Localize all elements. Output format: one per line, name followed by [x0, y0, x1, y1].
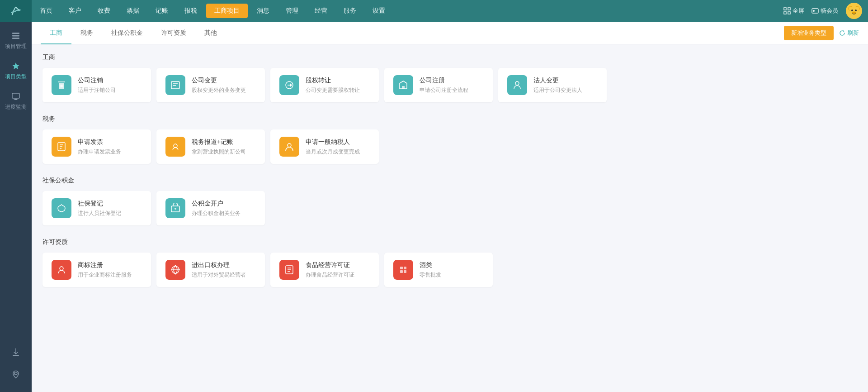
card-text-company-register: 公司注册 申请公司注册全流程	[420, 76, 484, 94]
download-icon[interactable]	[8, 344, 24, 363]
nav-bill[interactable]: 票据	[118, 0, 147, 22]
card-title-social-insurance: 社保登记	[78, 200, 142, 208]
cards-grid-xuke: 商标注册 用于企业商标注册服务 进出口权办理 适用于对外贸易经营者	[42, 253, 857, 287]
card-company-change[interactable]: 公司变更 股权变更外的业务变更	[156, 68, 265, 102]
nav-tax[interactable]: 报税	[176, 0, 205, 22]
section-title-shebao: 社保公积金	[42, 177, 857, 185]
card-text-equity-transfer: 股权转让 公司变更需要股权转让	[306, 76, 370, 94]
svg-rect-15	[12, 38, 19, 39]
card-food-license[interactable]: 食品经营许可证 办理食品经营许可证	[270, 253, 379, 287]
cards-grid-shuiwu: 申请发票 办理申请发票业务 税务报道+记账 拿到营业执照的新公司	[42, 129, 857, 164]
nav-customer[interactable]: 客户	[61, 0, 90, 22]
svg-rect-2	[784, 12, 786, 14]
svg-rect-17	[14, 99, 17, 100]
card-company-cancel[interactable]: 公司注销 适用于注销公司	[42, 68, 151, 102]
nav-fee[interactable]: 收费	[90, 0, 118, 22]
card-trademark[interactable]: 商标注册 用于企业商标注册服务	[42, 253, 151, 287]
tab-shebao[interactable]: 社保公积金	[102, 22, 152, 44]
nav-operation[interactable]: 经营	[307, 0, 335, 22]
card-legal-change[interactable]: 法人变更 适用于公司变更法人	[498, 68, 607, 102]
svg-point-29	[175, 208, 176, 210]
card-desc-housing-fund: 办理公积金相关业务	[192, 210, 256, 217]
cards-grid-gongshang: 公司注销 适用于注销公司 公司变更 股权变更外的业务变更	[42, 68, 857, 102]
card-desc-legal-change: 适用于公司变更法人	[533, 86, 598, 94]
sidebar-label-progress: 进度监测	[5, 103, 27, 111]
housing-fund-icon	[165, 198, 185, 218]
sidebar-item-progress[interactable]: 进度监测	[0, 86, 32, 116]
card-equity-transfer[interactable]: 股权转让 公司变更需要股权转让	[270, 68, 379, 102]
card-desc-equity-transfer: 公司变更需要股权转让	[306, 86, 370, 94]
cards-grid-shebao: 社保登记 进行人员社保登记 公积金开户 办理公积金相关业务	[42, 191, 857, 225]
content-area: 工商 税务 社保公积金 许可资质 其他 新增业务类型 刷新 工商	[32, 22, 868, 392]
svg-point-20	[14, 372, 17, 375]
nav-service[interactable]: 服务	[335, 0, 364, 22]
section-title-gongshang: 工商	[42, 53, 857, 62]
tab-bar-actions: 新增业务类型 刷新	[784, 26, 859, 40]
company-cancel-icon	[52, 75, 71, 95]
card-tax-report[interactable]: 税务报道+记账 拿到营业执照的新公司	[156, 129, 265, 164]
card-desc-company-change: 股权变更外的业务变更	[192, 86, 256, 94]
svg-rect-13	[12, 33, 19, 34]
nav-settings[interactable]: 设置	[364, 0, 393, 22]
nav-home[interactable]: 首页	[32, 0, 61, 22]
svg-point-12	[852, 12, 856, 14]
alcohol-icon	[393, 260, 413, 280]
card-desc-company-register: 申请公司注册全流程	[420, 86, 484, 94]
star-icon	[11, 61, 21, 71]
card-title-general-taxpayer: 申请一般纳税人	[306, 138, 370, 146]
sidebar-bottom	[8, 344, 24, 392]
card-import-export[interactable]: 进出口权办理 适用于对外贸易经营者	[156, 253, 265, 287]
card-title-company-register: 公司注册	[420, 76, 484, 85]
tab-other[interactable]: 其他	[195, 22, 226, 44]
top-nav-menu: 首页 客户 收费 票据 记账 报税 工商项目 消息 管理 经营 服务 设置	[32, 0, 783, 22]
sidebar-label-project-type: 项目类型	[5, 73, 27, 81]
list-icon	[11, 31, 21, 41]
card-general-taxpayer[interactable]: 申请一般纳税人 当月或次月成变更完成	[270, 129, 379, 164]
social-insurance-icon	[52, 198, 71, 218]
company-change-icon	[165, 75, 185, 95]
vip-icon	[811, 7, 819, 14]
card-text-alcohol: 酒类 零售批发	[420, 261, 484, 279]
nav-manage[interactable]: 管理	[278, 0, 307, 22]
svg-point-24	[515, 81, 519, 85]
card-social-insurance[interactable]: 社保登记 进行人员社保登记	[42, 191, 151, 225]
section-title-shuiwu: 税务	[42, 115, 857, 123]
vip-btn[interactable]: 畅会员	[811, 7, 838, 15]
svg-point-10	[851, 10, 853, 11]
nav-message[interactable]: 消息	[249, 0, 278, 22]
svg-rect-18	[14, 100, 18, 100]
new-type-button[interactable]: 新增业务类型	[784, 26, 834, 40]
refresh-button[interactable]: 刷新	[839, 29, 859, 37]
invoice-apply-icon	[52, 137, 71, 157]
tab-shuiwu[interactable]: 税务	[71, 22, 102, 44]
tab-xuke[interactable]: 许可资质	[152, 22, 195, 44]
card-desc-tax-report: 拿到营业执照的新公司	[192, 148, 256, 156]
svg-rect-19	[13, 355, 19, 356]
logo[interactable]	[0, 0, 32, 22]
nav-accounting[interactable]: 记账	[147, 0, 176, 22]
card-housing-fund[interactable]: 公积金开户 办理公积金相关业务	[156, 191, 265, 225]
card-desc-food-license: 办理食品经营许可证	[306, 271, 370, 279]
food-license-icon	[279, 260, 299, 280]
card-title-housing-fund: 公积金开户	[192, 200, 256, 208]
import-export-icon	[165, 260, 185, 280]
tab-gongshang[interactable]: 工商	[41, 22, 71, 44]
sidebar: 项目管理 项目类型 进度监测	[0, 22, 32, 392]
card-text-housing-fund: 公积金开户 办理公积金相关业务	[192, 200, 256, 217]
card-invoice-apply[interactable]: 申请发票 办理申请发票业务	[42, 129, 151, 164]
card-title-company-cancel: 公司注销	[78, 76, 142, 85]
monitor-icon	[11, 91, 21, 101]
svg-rect-23	[402, 86, 405, 89]
sidebar-item-project-manage[interactable]: 项目管理	[0, 25, 32, 56]
card-title-tax-report: 税务报道+记账	[192, 138, 256, 146]
trademark-icon	[52, 260, 71, 280]
svg-rect-21	[171, 81, 179, 89]
card-alcohol[interactable]: 酒类 零售批发	[384, 253, 493, 287]
location-icon[interactable]	[8, 366, 24, 385]
equity-transfer-icon	[279, 75, 299, 95]
avatar[interactable]	[845, 2, 863, 19]
nav-bizproject[interactable]: 工商项目	[206, 4, 248, 18]
fullscreen-btn[interactable]: 全屏	[783, 7, 804, 15]
card-company-register[interactable]: 公司注册 申请公司注册全流程	[384, 68, 493, 102]
sidebar-item-project-type[interactable]: 项目类型	[0, 56, 32, 86]
